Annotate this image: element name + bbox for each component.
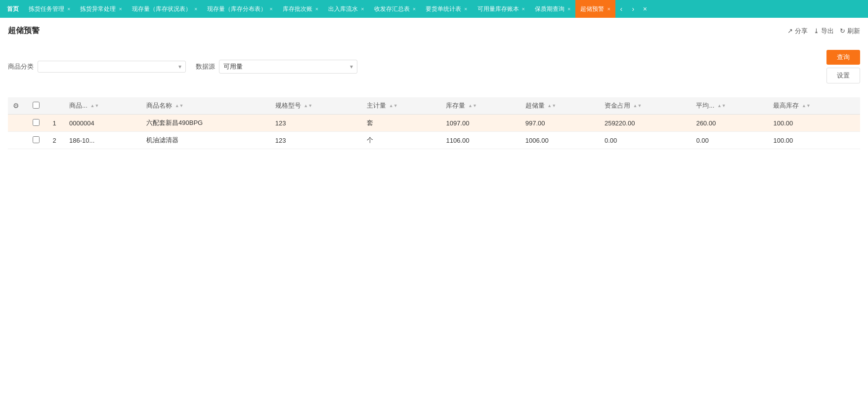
datasource-filter: 数据源 可用量 ▾ — [196, 60, 357, 74]
th-capital-used: 资金占用 ▲▼ — [600, 97, 691, 115]
filter-buttons: 查询 设置 — [826, 50, 860, 83]
tab-label: 现存量（库存分布表） — [207, 5, 266, 13]
refresh-label: 刷新 — [847, 27, 860, 36]
category-filter: 商品分类 ▾ — [8, 61, 186, 73]
sort-icon[interactable]: ▲▼ — [175, 104, 184, 108]
category-select[interactable]: ▾ — [38, 61, 186, 73]
row-gear-cell — [8, 115, 28, 132]
filter-area: 商品分类 ▾ 数据源 可用量 ▾ 查询 设置 — [8, 44, 860, 89]
nav-batch-account[interactable]: 库存批次账 × — [278, 0, 323, 18]
close-icon[interactable]: × — [413, 6, 416, 12]
th-avg-label: 平均... — [696, 102, 714, 109]
page-actions: ↗ 分享 ⤓ 导出 ↻ 刷新 — [787, 27, 860, 36]
row-checkbox[interactable] — [33, 136, 40, 143]
sort-icon[interactable]: ▲▼ — [802, 104, 811, 108]
close-icon[interactable]: × — [464, 6, 467, 12]
refresh-button[interactable]: ↻ 刷新 — [840, 27, 860, 36]
row-max-stock: 100.00 — [768, 115, 860, 132]
th-overstock-label: 超储量 — [525, 102, 545, 109]
settings-button[interactable]: 设置 — [826, 68, 860, 83]
nav-available-account[interactable]: 可用量库存账本 × — [473, 0, 530, 18]
nav-next-button[interactable]: › — [627, 0, 639, 18]
export-button[interactable]: ⤓ 导出 — [814, 27, 834, 36]
close-icon[interactable]: × — [607, 6, 610, 12]
data-table: ⚙ 商品... ▲▼ 商品名称 ▲▼ 规格型号 ▲▼ — [8, 97, 860, 149]
nav-stock-status[interactable]: 现存量（库存状况表） × — [127, 0, 202, 18]
row-checkbox-cell — [28, 115, 44, 132]
export-icon: ⤓ — [814, 27, 819, 35]
th-stock-label: 库存量 — [446, 102, 465, 109]
nav-home[interactable]: 首页 — [2, 0, 24, 18]
th-max-stock-label: 最高库存 — [773, 102, 799, 109]
row-avg: 260.00 — [691, 115, 768, 132]
sort-icon[interactable]: ▲▼ — [633, 104, 642, 108]
close-icon[interactable]: × — [361, 6, 364, 12]
chevron-down-icon: ▾ — [350, 63, 353, 70]
row-capital-used: 259220.00 — [600, 115, 691, 132]
nav-pick-task[interactable]: 拣货任务管理 × — [24, 0, 75, 18]
th-max-stock: 最高库存 ▲▼ — [768, 97, 860, 115]
tab-label: 保质期查询 — [535, 5, 564, 13]
tab-label: 超储预警 — [580, 5, 604, 13]
close-icon[interactable]: × — [269, 6, 272, 12]
sort-icon[interactable]: ▲▼ — [304, 104, 312, 108]
chevron-down-icon: ▾ — [178, 63, 181, 70]
nav-close-all-button[interactable]: × — [639, 0, 651, 18]
row-max-stock: 100.00 — [768, 132, 860, 149]
share-button[interactable]: ↗ 分享 — [787, 27, 808, 36]
close-icon[interactable]: × — [567, 6, 570, 12]
close-icon[interactable]: × — [67, 6, 70, 12]
nav-order-stats[interactable]: 要货单统计表 × — [421, 0, 472, 18]
row-overstock: 1006.00 — [521, 132, 600, 149]
tab-label: 拣货任务管理 — [29, 5, 64, 13]
datasource-select[interactable]: 可用量 ▾ — [219, 60, 357, 74]
nav-prev-button[interactable]: ‹ — [615, 0, 627, 18]
gear-icon[interactable]: ⚙ — [13, 102, 19, 110]
th-product-name: 商品名称 ▲▼ — [141, 97, 270, 115]
select-all-checkbox[interactable] — [33, 102, 40, 109]
row-number: 1 — [44, 115, 64, 132]
th-avg: 平均... ▲▼ — [691, 97, 768, 115]
row-product-name: 六配套新昌490BPG — [141, 115, 270, 132]
export-label: 导出 — [821, 27, 834, 36]
datasource-selected-value: 可用量 — [223, 62, 243, 71]
query-button[interactable]: 查询 — [826, 50, 860, 65]
row-checkbox[interactable] — [33, 119, 40, 126]
share-icon: ↗ — [787, 27, 793, 35]
th-gear: ⚙ — [8, 97, 28, 115]
row-product-code: 0000004 — [64, 115, 141, 132]
row-product-code: 186-10... — [64, 132, 141, 149]
nav-overstock-warning[interactable]: 超储预警 × — [575, 0, 615, 18]
close-icon[interactable]: × — [194, 6, 197, 12]
sort-icon[interactable]: ▲▼ — [717, 104, 726, 108]
datasource-label: 数据源 — [196, 62, 215, 71]
sort-icon[interactable]: ▲▼ — [90, 104, 99, 108]
page-header: 超储预警 ↗ 分享 ⤓ 导出 ↻ 刷新 — [8, 26, 860, 36]
nav-inout-flow[interactable]: 出入库流水 × — [323, 0, 369, 18]
row-stock: 1106.00 — [441, 132, 520, 149]
row-unit: 个 — [362, 132, 441, 149]
sort-icon[interactable]: ▲▼ — [547, 104, 556, 108]
nav-shelf-life[interactable]: 保质期查询 × — [530, 0, 575, 18]
th-num — [44, 97, 64, 115]
row-capital-used: 0.00 — [600, 132, 691, 149]
page-container: 超储预警 ↗ 分享 ⤓ 导出 ↻ 刷新 商品分类 ▾ 数据源 — [0, 18, 868, 395]
sort-icon[interactable]: ▲▼ — [389, 104, 398, 108]
close-icon[interactable]: × — [522, 6, 525, 12]
row-spec: 123 — [270, 115, 362, 132]
table-row: 1 0000004 六配套新昌490BPG 123 套 1097.00 997.… — [8, 115, 860, 132]
th-overstock: 超储量 ▲▼ — [521, 97, 600, 115]
tab-label: 要货单统计表 — [426, 5, 461, 13]
close-icon[interactable]: × — [315, 6, 318, 12]
th-spec: 规格型号 ▲▼ — [270, 97, 362, 115]
category-label: 商品分类 — [8, 62, 34, 71]
nav-stock-dist[interactable]: 现存量（库存分布表） × — [202, 0, 277, 18]
th-product-name-label: 商品名称 — [146, 102, 172, 109]
th-stock: 库存量 ▲▼ — [441, 97, 520, 115]
sort-icon[interactable]: ▲▼ — [468, 104, 477, 108]
row-unit: 套 — [362, 115, 441, 132]
close-icon[interactable]: × — [119, 6, 122, 12]
nav-recv-summary[interactable]: 收发存汇总表 × — [369, 0, 421, 18]
share-label: 分享 — [795, 27, 808, 36]
nav-pick-exception[interactable]: 拣货异常处理 × — [75, 0, 127, 18]
